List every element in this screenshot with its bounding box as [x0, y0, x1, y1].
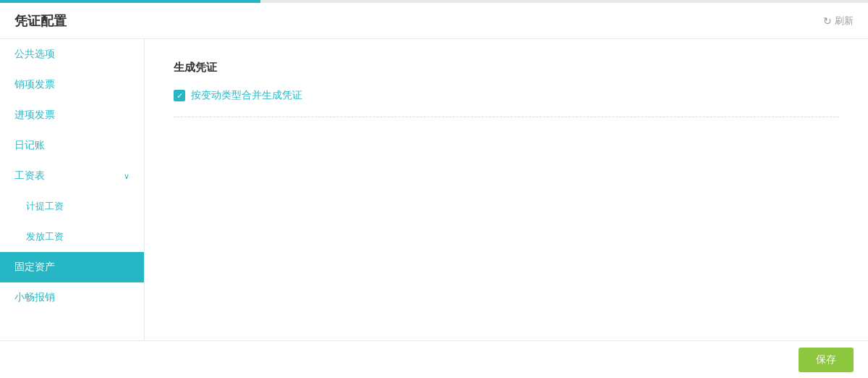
refresh-icon: ↻ — [823, 15, 832, 27]
checkbox-row: ✓ 按变动类型合并生成凭证 — [174, 89, 839, 102]
sidebar-item-label: 计提工资 — [26, 200, 64, 213]
sidebar-item-label: 公共选项 — [14, 48, 55, 61]
save-button[interactable]: 保存 — [799, 348, 854, 372]
check-mark-icon: ✓ — [176, 92, 183, 100]
sidebar-item-payroll-table[interactable]: 工资表∨ — [0, 161, 144, 191]
sidebar-item-label: 销项发票 — [14, 78, 55, 91]
sidebar-item-fixed-assets[interactable]: 固定资产 — [0, 252, 144, 282]
sidebar-item-label: 固定资产 — [14, 261, 55, 274]
sidebar-item-pay-salary[interactable]: 发放工资 — [0, 222, 144, 252]
sidebar-item-purchase-invoice[interactable]: 进项发票 — [0, 100, 144, 130]
chevron-down-icon: ∨ — [124, 172, 129, 181]
sidebar-item-sales-invoice[interactable]: 销项发票 — [0, 70, 144, 100]
sidebar-item-public-options[interactable]: 公共选项 — [0, 39, 144, 70]
refresh-label: 刷新 — [835, 14, 854, 28]
page-header: 凭证配置 ↻ 刷新 — [0, 3, 868, 39]
page-container: 凭证配置 ↻ 刷新 公共选项销项发票进项发票日记账工资表∨计提工资发放工资固定资… — [0, 0, 868, 378]
sidebar-item-accrued-salary[interactable]: 计提工资 — [0, 191, 144, 222]
sidebar-item-expense-report[interactable]: 小畅报销 — [0, 282, 144, 313]
section-divider — [174, 117, 839, 117]
sidebar-item-label: 发放工资 — [26, 230, 64, 243]
page-footer: 保存 — [0, 340, 868, 378]
refresh-button[interactable]: ↻ 刷新 — [823, 14, 854, 28]
sidebar: 公共选项销项发票进项发票日记账工资表∨计提工资发放工资固定资产小畅报销 — [0, 39, 145, 340]
sidebar-item-label: 进项发票 — [14, 109, 55, 122]
sidebar-item-label: 日记账 — [14, 139, 45, 152]
sidebar-item-label: 小畅报销 — [14, 291, 55, 304]
page-title: 凭证配置 — [14, 12, 67, 30]
sidebar-item-journal[interactable]: 日记账 — [0, 130, 144, 161]
main-body: 公共选项销项发票进项发票日记账工资表∨计提工资发放工资固定资产小畅报销 生成凭证… — [0, 39, 868, 340]
sidebar-item-label: 工资表 — [14, 169, 45, 182]
checkbox-label[interactable]: 按变动类型合并生成凭证 — [191, 89, 302, 102]
section-title: 生成凭证 — [174, 61, 839, 75]
merge-by-type-checkbox[interactable]: ✓ — [174, 90, 185, 101]
content-area: 生成凭证 ✓ 按变动类型合并生成凭证 — [145, 39, 868, 340]
